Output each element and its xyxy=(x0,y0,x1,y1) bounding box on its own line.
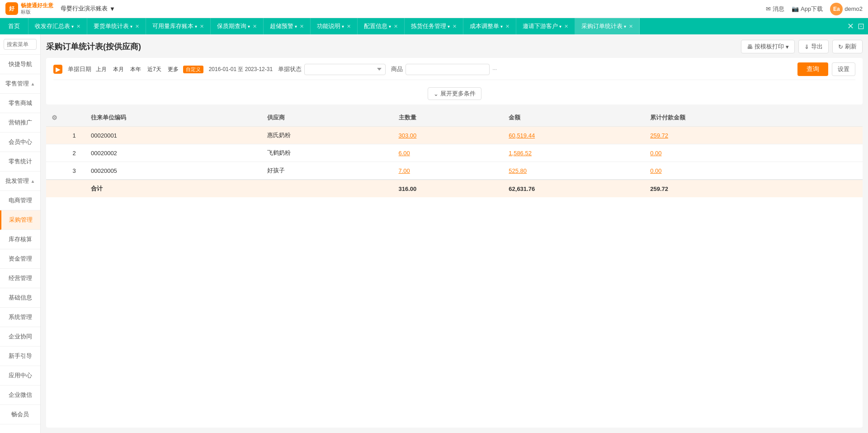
row3-qty[interactable]: 7.00 xyxy=(393,162,504,180)
row2-qty-link[interactable]: 6.00 xyxy=(399,150,410,157)
th-supplier: 供应商 xyxy=(262,109,393,127)
row1-paid-link[interactable]: 259.72 xyxy=(650,132,668,139)
sidebar-item-system-label: 系统管理 xyxy=(9,313,32,321)
row3-amount-link[interactable]: 525.80 xyxy=(509,167,527,174)
sidebar-item-retailstat[interactable]: 零售统计 xyxy=(0,152,40,171)
sidebar-item-wholesale-label: 批发管理 xyxy=(5,177,29,185)
row2-qty[interactable]: 6.00 xyxy=(393,144,504,162)
tab-bzq-label: 保质期查询 xyxy=(217,22,246,30)
sidebar-item-operation-label: 经营管理 xyxy=(9,274,32,282)
logo-area: 好 畅捷通好生意 标版 xyxy=(5,2,53,15)
tab-yqxy-close[interactable]: ✕ xyxy=(564,24,568,29)
export-button[interactable]: ⇓ 导出 xyxy=(798,40,829,53)
tab-sfsht[interactable]: 收发存汇总表 ▾ ✕ xyxy=(28,18,87,34)
sidebar-item-guide-label: 新手引导 xyxy=(9,352,32,360)
sidebar-item-retail[interactable]: 零售管理 ▲ xyxy=(0,74,40,94)
app-download-button[interactable]: 📷 App下载 xyxy=(792,5,823,13)
row2-amount[interactable]: 1,586.52 xyxy=(503,144,645,162)
template-print-button[interactable]: 🖶 按模板打印 ▾ xyxy=(741,40,795,53)
row3-qty-link[interactable]: 7.00 xyxy=(399,167,410,174)
refresh-button[interactable]: ↻ 刷新 xyxy=(832,40,863,53)
status-select[interactable] xyxy=(304,64,386,75)
date-filter-label: 单据日期 xyxy=(68,65,91,73)
tab-jhw[interactable]: 拣货任务管理 ▾ ✕ xyxy=(405,18,463,34)
sidebar-item-purchase[interactable]: 采购管理 xyxy=(0,210,40,230)
tab-bzq[interactable]: 保质期查询 ▾ ✕ xyxy=(211,18,264,34)
tab-yhd[interactable]: 要货单统计表 ▾ ✕ xyxy=(87,18,146,34)
tab-pzxx-close[interactable]: ✕ xyxy=(394,24,398,29)
goods-more-icon[interactable]: ··· xyxy=(492,66,497,72)
sidebar-search-input[interactable] xyxy=(4,39,37,50)
row1-num: 1 xyxy=(63,127,85,144)
sidebar-item-apps[interactable]: 应用中心 xyxy=(0,366,40,385)
print-icon: 🖶 xyxy=(747,43,753,50)
tab-kyl[interactable]: 可用量库存账本 ▾ ✕ xyxy=(146,18,211,34)
expand-filter-button[interactable]: ⌄ 展开更多条件 xyxy=(428,87,481,100)
tab-sfsht-close[interactable]: ✕ xyxy=(76,24,80,29)
tab-cbtz[interactable]: 成本调整单 ▾ ✕ xyxy=(463,18,516,34)
tab-cgdd-label: 采购订单统计表 xyxy=(581,22,623,30)
sidebar-item-wxwork[interactable]: 企业微信 xyxy=(0,385,40,405)
nav-close-all-button[interactable]: ✕ xyxy=(847,21,854,31)
tab-home[interactable]: 首页 xyxy=(0,18,28,34)
user-area[interactable]: Ea demo2 xyxy=(830,3,863,15)
tab-kyl-label: 可用量库存账本 xyxy=(152,22,193,30)
tab-cgdd-close[interactable]: ✕ xyxy=(629,24,633,29)
tab-cgdd[interactable]: 采购订单统计表 ▾ ✕ xyxy=(575,18,640,34)
sidebar-item-quick[interactable]: 快捷导航 xyxy=(0,55,40,74)
tab-dropdown-icon6: ▾ xyxy=(342,24,344,29)
tab-bzq-close[interactable]: ✕ xyxy=(253,24,257,29)
filter-toggle-button[interactable]: ▶ xyxy=(53,65,62,74)
tab-gnsm-close[interactable]: ✕ xyxy=(347,24,351,29)
row2-amount-link[interactable]: 1,586.52 xyxy=(509,150,532,157)
query-button[interactable]: 查询 xyxy=(797,62,828,76)
nav-maximize-button[interactable]: ⊡ xyxy=(858,21,864,31)
sidebar-item-ecommerce[interactable]: 电商管理 xyxy=(0,191,40,210)
sidebar-item-guide[interactable]: 新手引导 xyxy=(0,347,40,366)
sidebar-item-system[interactable]: 系统管理 xyxy=(0,308,40,327)
row3-supplier: 好孩子 xyxy=(262,162,393,180)
app-download-label: App下载 xyxy=(801,5,823,13)
tab-gnsm[interactable]: 功能说明 ▾ ✕ xyxy=(311,18,358,34)
tab-yqxy[interactable]: 邀请下游客户 ▾ ✕ xyxy=(516,18,575,34)
sidebar-item-finance[interactable]: 资金管理 xyxy=(0,249,40,269)
row1-amount[interactable]: 60,519.44 xyxy=(503,127,645,144)
top-bar-right: ✉ 消息 📷 App下载 Ea demo2 xyxy=(766,3,863,15)
shortcut-more[interactable]: 更多 xyxy=(166,65,180,74)
shortcut-last-month[interactable]: 上月 xyxy=(94,65,108,74)
row3-amount[interactable]: 525.80 xyxy=(503,162,645,180)
goods-input[interactable] xyxy=(406,64,490,75)
row2-paid-link[interactable]: 0.00 xyxy=(650,150,661,157)
shortcut-7days[interactable]: 近7天 xyxy=(146,65,163,74)
sidebar-item-changy[interactable]: 畅会员 xyxy=(0,405,40,424)
tab-pzxx[interactable]: 配置信息 ▾ ✕ xyxy=(358,18,405,34)
row3-paid-link[interactable]: 0.00 xyxy=(650,167,661,174)
sidebar-item-collab[interactable]: 企业协同 xyxy=(0,327,40,347)
settings-button[interactable]: 设置 xyxy=(832,62,855,76)
sidebar-item-inventory[interactable]: 库存核算 xyxy=(0,230,40,249)
sidebar-item-member[interactable]: 会员中心 xyxy=(0,133,40,152)
row3-paid[interactable]: 0.00 xyxy=(645,162,821,180)
tab-cbtz-close[interactable]: ✕ xyxy=(505,24,509,29)
workspace-selector[interactable]: 母婴行业演示账表 ▼ xyxy=(57,3,119,14)
row1-amount-link[interactable]: 60,519.44 xyxy=(509,132,535,139)
sidebar-item-mkt[interactable]: 营销推广 xyxy=(0,113,40,133)
shortcut-this-month[interactable]: 本月 xyxy=(111,65,126,74)
tab-ccy[interactable]: 超储预警 ▾ ✕ xyxy=(264,18,311,34)
message-button[interactable]: ✉ 消息 xyxy=(766,5,784,13)
tab-yhd-close[interactable]: ✕ xyxy=(135,24,139,29)
sidebar-item-shop[interactable]: 零售商城 xyxy=(0,94,40,113)
shortcut-this-year[interactable]: 本年 xyxy=(128,65,143,74)
tab-ccy-close[interactable]: ✕ xyxy=(300,24,304,29)
sidebar-item-basic[interactable]: 基础信息 xyxy=(0,288,40,308)
tab-kyl-close[interactable]: ✕ xyxy=(200,24,204,29)
sidebar-item-operation[interactable]: 经营管理 xyxy=(0,269,40,288)
message-label: 消息 xyxy=(773,5,784,13)
sidebar-item-wholesale[interactable]: 批发管理 ▲ xyxy=(0,171,40,191)
tab-jhw-close[interactable]: ✕ xyxy=(453,24,457,29)
row2-paid[interactable]: 0.00 xyxy=(645,144,821,162)
table-settings-icon[interactable]: ⚙ xyxy=(52,114,57,121)
row1-qty-link[interactable]: 303.00 xyxy=(399,132,417,139)
row1-qty[interactable]: 303.00 xyxy=(393,127,504,144)
row1-paid[interactable]: 259.72 xyxy=(645,127,821,144)
